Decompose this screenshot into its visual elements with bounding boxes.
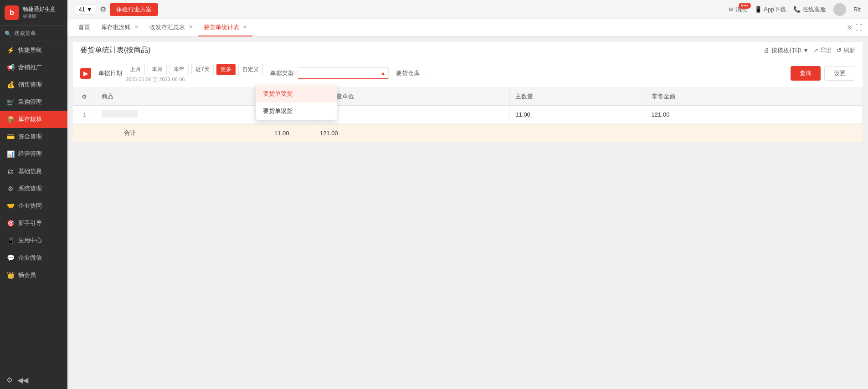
sidebar-search[interactable]: 🔍 搜索菜单: [0, 26, 67, 41]
sidebar-item-label: 系统管理: [18, 184, 42, 193]
table-header-row: ⚙ 商品 主计量单位 主数量 零售金额: [73, 88, 863, 106]
sidebar-item-enterprise[interactable]: 🤝 企业协同: [0, 197, 67, 215]
online-service-label: 在线客服: [802, 5, 826, 14]
expand-btn[interactable]: ▶: [80, 68, 91, 79]
col-unit: 主计量单位: [318, 88, 509, 106]
cell-extra: [809, 106, 863, 124]
topbar: 41 ▼ ⚙ 体验行业方案 ✉ 消息 99+ 📱 App下载 📞 在线客服 Ri…: [67, 0, 868, 19]
dropdown-item-purchase-return[interactable]: 要货单退货: [256, 102, 337, 120]
logo-sub: 标准版: [23, 13, 56, 20]
branch-selector[interactable]: 41 ▼: [75, 5, 96, 15]
sidebar-item-appstore[interactable]: 📱 应用中心: [0, 232, 67, 249]
date-this-year-btn[interactable]: 本年: [169, 64, 189, 75]
app-download[interactable]: 📱 App下载: [755, 5, 786, 14]
type-dropdown-menu: 要货单要货 要货单退货: [255, 85, 337, 120]
date-custom-btn[interactable]: 自定义: [238, 64, 263, 75]
footer-quantity: 11.00: [274, 130, 320, 137]
tab-inventory-batch-close[interactable]: ✕: [134, 24, 139, 30]
maximize-icon[interactable]: ⛶: [855, 24, 863, 32]
data-table: ⚙ 商品 主计量单位 主数量 零售金额 1 块 11.00 121.00: [73, 88, 863, 124]
warehouse-filter-group: 要货仓库 ···: [396, 69, 428, 77]
refresh-label: 刷新: [843, 46, 855, 55]
avatar[interactable]: [833, 3, 846, 16]
sidebar-item-guide[interactable]: 🎯 新手引导: [0, 215, 67, 232]
close-all-icon[interactable]: ✕: [847, 23, 853, 32]
dropdown-item-purchase-order[interactable]: 要货单要货: [256, 85, 337, 102]
search-icon: 🔍: [5, 31, 11, 37]
print-chevron-icon: ▼: [803, 47, 809, 54]
settings-filter-btn[interactable]: 设置: [824, 66, 855, 81]
online-service[interactable]: 📞 在线客服: [793, 5, 826, 14]
sidebar-item-basic[interactable]: 🗂 基础信息: [0, 163, 67, 180]
quick-nav-icon: ⚡: [6, 46, 15, 54]
finance-icon: 💳: [6, 133, 15, 141]
tab-shipment-summary-close[interactable]: ✕: [189, 24, 193, 30]
col-quantity: 主数量: [510, 88, 646, 106]
date-last-month-btn[interactable]: 上月: [126, 64, 145, 75]
sidebar-item-marketing[interactable]: 📢 营销推广: [0, 59, 67, 76]
page-title: 要货单统计表(按商品): [80, 46, 151, 55]
tab-requisition-stat-label: 要货单统计表: [204, 23, 239, 31]
refresh-btn[interactable]: ↺ 刷新: [837, 46, 855, 55]
tab-inventory-batch[interactable]: 库存批次账 ✕: [96, 19, 144, 36]
date-more-btn[interactable]: 更多: [216, 64, 236, 75]
app-download-label: App下载: [764, 5, 786, 14]
badge-count: 99+: [739, 3, 751, 9]
collapse-icon[interactable]: ◀◀: [17, 376, 28, 384]
sidebar-bottom: ⚙ ◀◀: [0, 371, 67, 389]
col-extra: [809, 88, 863, 106]
sidebar-item-member[interactable]: 👑 畅会员: [0, 266, 67, 284]
user-name: Rit: [853, 6, 861, 13]
sidebar-item-inventory[interactable]: 📦 库存核算: [0, 111, 67, 128]
table-footer: 合计 11.00 121.00: [73, 124, 863, 142]
sidebar-nav: ⚡ 快捷导航 📢 营销推广 💰 销售管理 🛒 采购管理 📦 库存核算 💳 资金管…: [0, 41, 67, 371]
export-btn[interactable]: ↗ 导出: [813, 46, 832, 55]
export-icon: ↗: [813, 47, 818, 54]
wechat-icon: 💬: [6, 254, 15, 262]
trial-btn[interactable]: 体验行业方案: [110, 3, 158, 16]
date-range-text: 2023-05-06 至 2023-06-06: [126, 76, 263, 83]
tab-requisition-stat[interactable]: 要货单统计表 ✕: [198, 19, 252, 36]
col-settings[interactable]: ⚙: [73, 88, 96, 106]
tab-requisition-stat-close[interactable]: ✕: [243, 24, 247, 30]
warehouse-filter-label: 要货仓库: [396, 69, 420, 77]
cell-index: 1: [73, 106, 96, 124]
sidebar-item-finance[interactable]: 💳 资金管理: [0, 128, 67, 145]
sidebar-item-label: 畅会员: [18, 271, 36, 279]
table-wrapper: ⚙ 商品 主计量单位 主数量 零售金额 1 块 11.00 121.00: [73, 87, 863, 124]
main-area: 41 ▼ ⚙ 体验行业方案 ✉ 消息 99+ 📱 App下载 📞 在线客服 Ri…: [67, 0, 868, 389]
logo-icon: b: [5, 5, 19, 20]
sidebar-item-quick-nav[interactable]: ⚡ 快捷导航: [0, 41, 67, 59]
print-btn[interactable]: 🖨 按模板打印 ▼: [764, 46, 809, 55]
date-recent7-btn[interactable]: 近7天: [191, 64, 214, 75]
sidebar-item-label: 采购管理: [18, 98, 42, 106]
member-icon: 👑: [6, 271, 15, 279]
query-btn[interactable]: 查询: [791, 66, 821, 81]
sidebar-item-label: 新手引导: [18, 219, 42, 227]
sidebar-item-operations[interactable]: 📊 经营管理: [0, 145, 67, 163]
content-area: 要货单统计表(按商品) 🖨 按模板打印 ▼ ↗ 导出 ↺ 刷新 ▶: [67, 36, 868, 389]
sidebar-item-system[interactable]: ⚙ 系统管理: [0, 180, 67, 197]
warehouse-more-icon[interactable]: ···: [423, 70, 428, 77]
sidebar-item-label: 企业协同: [18, 202, 42, 210]
sidebar-item-label: 企业微信: [18, 254, 42, 262]
type-chevron-up-icon[interactable]: ▲: [380, 70, 386, 77]
sales-icon: 💰: [6, 81, 15, 89]
date-filter-label: 单据日期: [98, 69, 122, 77]
print-icon: 🖨: [764, 47, 770, 54]
sidebar-item-label: 营销推广: [18, 63, 42, 72]
sidebar-item-label: 快捷导航: [18, 46, 42, 54]
tab-shipment-summary[interactable]: 收发存汇总表 ✕: [144, 19, 198, 36]
tab-home[interactable]: 首页: [73, 19, 96, 36]
type-filter-input[interactable]: [298, 67, 389, 79]
sidebar-item-purchase[interactable]: 🛒 采购管理: [0, 93, 67, 111]
print-label: 按模板打印: [771, 46, 801, 55]
messages-badge[interactable]: ✉ 消息 99+: [729, 5, 747, 14]
sidebar-item-wechat[interactable]: 💬 企业微信: [0, 249, 67, 266]
settings-icon[interactable]: ⚙: [6, 376, 13, 384]
filter-actions: 查询 设置: [791, 66, 855, 81]
sidebar-item-sales[interactable]: 💰 销售管理: [0, 76, 67, 93]
gear-icon[interactable]: ⚙: [100, 5, 106, 14]
date-options-row: 上月 本月 本年 近7天 更多 自定义: [126, 64, 263, 75]
date-this-month-btn[interactable]: 本月: [148, 64, 167, 75]
